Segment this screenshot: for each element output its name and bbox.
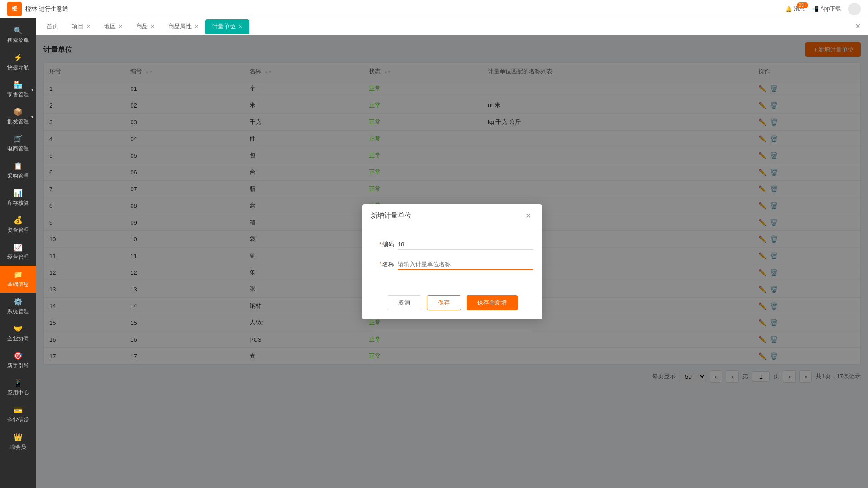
- sidebar-item-label: 零售管理: [7, 91, 29, 99]
- cancel-button[interactable]: 取消: [387, 295, 421, 310]
- form-row-code: *编码: [371, 239, 533, 250]
- sidebar-item-operation-mgmt[interactable]: 📈 经营管理: [0, 239, 36, 266]
- save-and-new-button[interactable]: 保存并新增: [467, 295, 518, 310]
- message-button[interactable]: 🔔 消息 99+: [785, 5, 805, 13]
- tab-goods-attrs[interactable]: 商品属性 ✕: [161, 19, 205, 34]
- modal-body: *编码 *名称: [362, 228, 542, 290]
- save-button[interactable]: 保存: [427, 295, 461, 310]
- logo-area: 橙 橙林·进行生意通: [7, 2, 68, 16]
- modal-footer: 取消 保存 保存并新增: [362, 290, 542, 319]
- code-label: *编码: [371, 240, 398, 249]
- sidebar-item-finance-mgmt[interactable]: 💰 资金管理: [0, 211, 36, 239]
- sidebar-item-purchase-mgmt[interactable]: 📋 采购管理: [0, 157, 36, 184]
- tab-goods-attrs-label: 商品属性: [168, 23, 192, 31]
- tab-home[interactable]: 首页: [40, 19, 65, 34]
- modal-close-button[interactable]: ✕: [523, 211, 533, 221]
- tab-unit-close[interactable]: ✕: [238, 23, 242, 29]
- chevron-down-icon: ▾: [31, 87, 33, 92]
- sidebar-item-system-mgmt[interactable]: ⚙️ 系统管理: [0, 293, 36, 320]
- credit-icon: 💳: [14, 406, 23, 414]
- tab-bar: 首页 项目 ✕ 地区 ✕ 商品 ✕ 商品属性 ✕ 计量单位 ✕ ✕: [36, 18, 868, 35]
- sidebar-item-new-guide[interactable]: 🎯 新手引导: [0, 347, 36, 374]
- sidebar-item-label: 嗨会员: [10, 443, 26, 451]
- gear-icon: ⚙️: [14, 297, 23, 306]
- sidebar-item-app-center[interactable]: 📱 应用中心: [0, 374, 36, 401]
- sidebar-item-label: 企业协同: [7, 335, 29, 343]
- sidebar-item-ecommerce-mgmt[interactable]: 🛒 电商管理: [0, 130, 36, 157]
- add-unit-modal: 新增计量单位 ✕ *编码 *名称: [362, 204, 542, 319]
- tab-project-label: 项目: [72, 23, 84, 31]
- tab-goods-attrs-close[interactable]: ✕: [194, 23, 198, 29]
- message-badge: 99+: [797, 2, 808, 8]
- money-icon: 💰: [14, 216, 23, 225]
- logo-icon: 橙: [7, 2, 22, 16]
- download-icon: 📲: [812, 6, 819, 12]
- tab-area[interactable]: 地区 ✕: [97, 19, 129, 34]
- sidebar-item-inventory[interactable]: 📊 库存核算: [0, 184, 36, 211]
- sidebar-item-search-menu[interactable]: 🔍 搜索菜单: [0, 22, 36, 49]
- sidebar-item-label: 企业信贷: [7, 416, 29, 424]
- page-content: 计量单位 ＋新增计量单位 序号 编号 ▲▼ 名称 ▲▼ 状态 ▲▼ 计量单位匹配…: [36, 35, 868, 488]
- sidebar-item-label: 快捷导航: [7, 64, 29, 71]
- chart-icon: 📊: [14, 189, 23, 197]
- app-download-label: App下载: [821, 5, 841, 13]
- sidebar-item-label: 应用中心: [7, 389, 29, 397]
- bell-icon: 🔔: [785, 6, 792, 12]
- tab-project[interactable]: 项目 ✕: [65, 19, 97, 34]
- sidebar-item-label: 系统管理: [7, 308, 29, 315]
- name-input[interactable]: [398, 259, 533, 270]
- sidebar-item-quick-nav[interactable]: ⚡ 快捷导航: [0, 49, 36, 76]
- top-header: 橙 橙林·进行生意通 🔔 消息 99+ 📲 App下载: [0, 0, 868, 18]
- logo-text: 橙林·进行生意通: [25, 5, 68, 13]
- sidebar-item-label: 经营管理: [7, 253, 29, 261]
- user-avatar[interactable]: [848, 3, 861, 15]
- name-label: *名称: [371, 260, 398, 268]
- tab-unit[interactable]: 计量单位 ✕: [205, 19, 249, 34]
- tab-area-label: 地区: [104, 23, 116, 31]
- tab-unit-label: 计量单位: [212, 23, 236, 31]
- modal-header: 新增计量单位 ✕: [362, 204, 542, 228]
- sidebar-item-label: 搜索菜单: [7, 37, 29, 44]
- search-icon: 🔍: [14, 26, 23, 35]
- sidebar-item-label: 电商管理: [7, 145, 29, 153]
- sidebar-item-wholesale-mgmt[interactable]: 📦 批发管理 ▾: [0, 103, 36, 130]
- target-icon: 🎯: [14, 352, 23, 360]
- sidebar-item-partner[interactable]: 🤝 企业协同: [0, 320, 36, 347]
- sidebar-item-basic-info[interactable]: 📁 基础信息: [0, 266, 36, 293]
- tab-goods-label: 商品: [136, 23, 148, 31]
- modal-overlay: 新增计量单位 ✕ *编码 *名称: [36, 35, 868, 488]
- crown-icon: 👑: [14, 433, 23, 441]
- chevron-down-icon: ▾: [31, 114, 33, 119]
- sidebar-item-membership[interactable]: 👑 嗨会员: [0, 428, 36, 455]
- sidebar-item-enterprise-credit[interactable]: 💳 企业信贷: [0, 401, 36, 428]
- sidebar-item-label: 资金管理: [7, 226, 29, 234]
- clipboard-icon: 📋: [14, 162, 23, 170]
- tab-area-close[interactable]: ✕: [118, 23, 123, 29]
- tab-goods-close[interactable]: ✕: [151, 23, 155, 29]
- sidebar-item-label: 新手引导: [7, 362, 29, 370]
- tab-goods[interactable]: 商品 ✕: [129, 19, 161, 34]
- folder-icon: 📁: [14, 270, 23, 279]
- shop-icon: 🏪: [14, 80, 23, 89]
- tab-home-label: 首页: [47, 23, 58, 31]
- sidebar: 🔍 搜索菜单 ⚡ 快捷导航 🏪 零售管理 ▾ 📦 批发管理 ▾ 🛒 电商管理 📋…: [0, 18, 36, 488]
- cart-icon: 🛒: [14, 135, 23, 143]
- modal-title: 新增计量单位: [371, 211, 411, 220]
- sidebar-item-label: 采购管理: [7, 172, 29, 180]
- tab-close-all[interactable]: ✕: [851, 20, 864, 33]
- required-star: *: [379, 261, 382, 267]
- trending-icon: 📈: [14, 243, 23, 252]
- sidebar-item-label: 库存核算: [7, 199, 29, 207]
- sidebar-item-retail-mgmt[interactable]: 🏪 零售管理 ▾: [0, 76, 36, 103]
- sidebar-item-label: 基础信息: [7, 281, 29, 288]
- handshake-icon: 🤝: [14, 324, 23, 333]
- lightning-icon: ⚡: [14, 53, 23, 62]
- app-download-button[interactable]: 📲 App下载: [812, 5, 841, 13]
- form-row-name: *名称: [371, 259, 533, 270]
- header-right: 🔔 消息 99+ 📲 App下载: [785, 3, 861, 15]
- code-input[interactable]: [398, 239, 533, 250]
- tab-project-close[interactable]: ✕: [86, 23, 90, 29]
- sidebar-item-label: 批发管理: [7, 118, 29, 126]
- required-star: *: [379, 241, 382, 248]
- box-icon: 📦: [14, 108, 23, 116]
